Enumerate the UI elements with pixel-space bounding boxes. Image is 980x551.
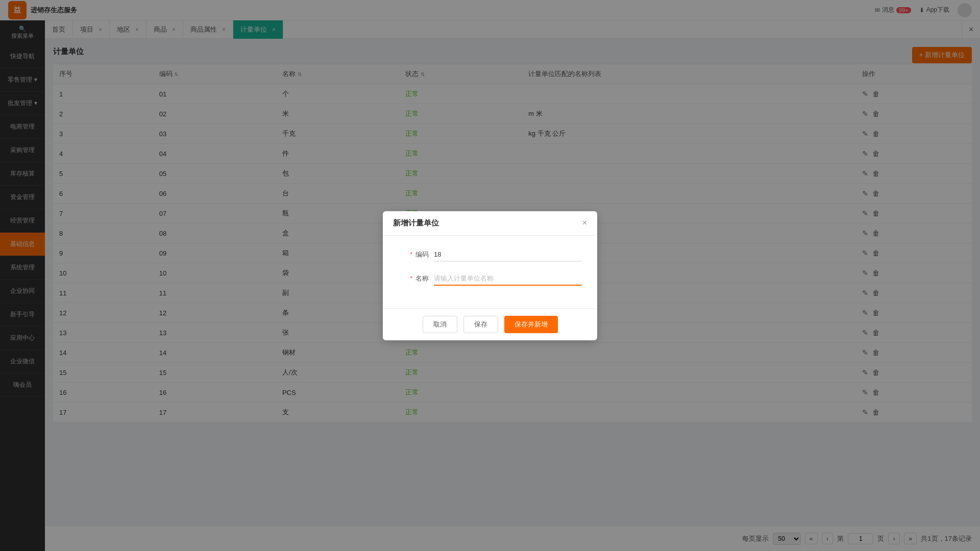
code-input[interactable]: [434, 248, 582, 262]
required-mark: *: [410, 274, 412, 282]
modal-close-btn[interactable]: ×: [582, 218, 587, 228]
save-button[interactable]: 保存: [463, 316, 498, 333]
save-and-new-button[interactable]: 保存并新增: [504, 316, 558, 333]
modal-body: * 编码 * 名称: [383, 236, 597, 308]
modal-footer: 取消 保存 保存并新增: [383, 308, 597, 340]
modal-header: 新增计量单位 ×: [383, 211, 597, 236]
required-mark: *: [410, 251, 412, 258]
cancel-button[interactable]: 取消: [423, 316, 457, 333]
name-form-row: * 名称: [398, 272, 582, 286]
code-form-row: * 编码: [398, 248, 582, 262]
name-input[interactable]: [434, 272, 582, 286]
name-label: * 名称: [398, 274, 429, 283]
code-label: * 编码: [398, 250, 429, 259]
modal-title: 新增计量单位: [393, 218, 439, 228]
add-unit-modal: 新增计量单位 × * 编码 * 名称 取消 保存 保存并新增: [383, 211, 597, 340]
modal-overlay: 新增计量单位 × * 编码 * 名称 取消 保存 保存并新增: [0, 0, 980, 551]
